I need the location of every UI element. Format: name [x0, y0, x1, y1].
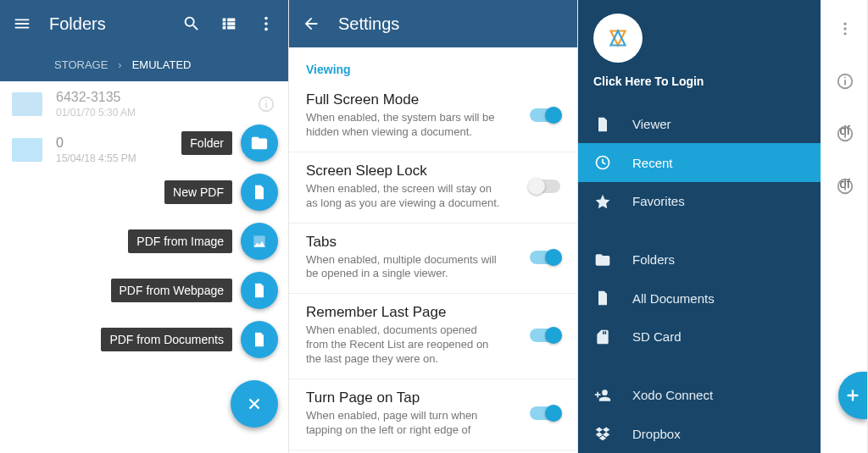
svg-point-5 [265, 100, 267, 102]
drawer-label: All Documents [632, 291, 715, 306]
fab-item-folder[interactable]: Folder [181, 124, 278, 162]
toggle-switch[interactable] [530, 108, 560, 122]
setting-turn-page-tap[interactable]: Turn Page on Tap When enabled, page will… [289, 379, 577, 450]
svg-point-2 [264, 28, 268, 31]
dropbox-icon [593, 423, 612, 444]
svg-point-10 [843, 23, 846, 25]
drawer-label: Viewer [632, 117, 671, 131]
file-icon [593, 288, 612, 308]
fab-close-button[interactable] [231, 380, 278, 428]
drawer-item-all-docs[interactable]: All Documents [578, 279, 821, 318]
drawer-label: SD Card [632, 329, 682, 344]
setting-desc: When enabled, documents opened from the … [306, 323, 501, 367]
folder-icon [593, 250, 612, 270]
personadd-icon [593, 385, 612, 406]
setting-desc: When enabled, the system bars will be hi… [306, 111, 501, 140]
fab-label: PDF from Documents [101, 328, 232, 351]
page-title: Folders [49, 14, 164, 34]
setting-title: Screen Sleep Lock [306, 163, 518, 180]
page-title: Settings [338, 14, 565, 34]
drawer-label: Favorites [632, 194, 685, 208]
drawer-label: Xodo Connect [632, 388, 713, 402]
toggle-switch[interactable] [530, 180, 560, 193]
fab-label: New PDF [164, 180, 232, 204]
folder-name: 6432-3135 [56, 90, 242, 105]
fab-item-new-pdf[interactable]: New PDF [164, 174, 278, 211]
folder-row[interactable]: 6432-3135 01/01/70 5:30 AM [0, 81, 288, 127]
setting-tabs[interactable]: Tabs When enabled, multiple documents wi… [289, 224, 577, 295]
appbar: Settings [289, 0, 577, 47]
menu-icon[interactable] [12, 14, 32, 34]
svg-point-1 [264, 22, 268, 25]
sdcard-icon [593, 327, 612, 347]
drawer-label: Recent [632, 156, 673, 170]
drawer-item-recent[interactable]: Recent [578, 143, 821, 181]
drawer-item-xodo-connect[interactable]: Xodo Connect [578, 376, 821, 414]
drawer-item-favorites[interactable]: Favorites [578, 182, 821, 220]
svg-point-11 [843, 27, 846, 30]
svg-point-12 [843, 32, 846, 35]
file-icon[interactable] [241, 272, 278, 309]
folder-date: 01/01/70 5:30 AM [56, 107, 242, 119]
svg-point-21 [844, 182, 846, 184]
drawer-label: Folders [632, 252, 675, 267]
info-icon[interactable] [835, 176, 855, 196]
info-icon[interactable] [835, 124, 855, 144]
appbar: Folders [0, 0, 288, 47]
setting-remember-page[interactable]: Remember Last Page When enabled, documen… [289, 294, 577, 379]
breadcrumb[interactable]: STORAGE › EMULATED [0, 47, 288, 81]
more-icon[interactable] [256, 14, 276, 34]
login-link[interactable]: Click Here To Login [593, 75, 805, 88]
drawer-item-viewer[interactable]: Viewer [578, 105, 821, 143]
drawer-item-folders[interactable]: Folders [578, 240, 821, 279]
setting-title: Turn Page on Tap [306, 389, 518, 406]
fab-item-pdf-documents[interactable]: PDF from Documents [101, 321, 278, 358]
fab-label: PDF from Webpage [111, 279, 232, 302]
setting-title: Full Screen Mode [306, 91, 518, 108]
svg-point-18 [844, 130, 846, 131]
file-icon[interactable] [241, 174, 278, 211]
drawer-item-dropbox[interactable]: Dropbox [578, 415, 821, 453]
view-mode-icon[interactable] [219, 14, 239, 34]
fab-add-button[interactable] [838, 372, 867, 419]
back-icon[interactable] [301, 14, 321, 34]
background-content: df df [821, 0, 867, 453]
file-icon[interactable] [241, 321, 278, 358]
folder-icon [12, 92, 42, 116]
fab-label: Folder [181, 131, 232, 155]
svg-point-0 [264, 17, 268, 20]
more-icon[interactable] [835, 19, 855, 39]
breadcrumb-current[interactable]: EMULATED [132, 58, 192, 71]
search-icon[interactable] [181, 14, 202, 34]
setting-title: Remember Last Page [306, 304, 518, 321]
image-icon[interactable] [241, 223, 278, 260]
info-icon[interactable] [835, 71, 855, 91]
info-icon[interactable] [256, 94, 276, 114]
star-icon [593, 191, 612, 212]
breadcrumb-root[interactable]: STORAGE [54, 58, 108, 71]
setting-full-screen[interactable]: Full Screen Mode When enabled, the syste… [289, 81, 577, 152]
svg-point-15 [844, 77, 846, 79]
drawer-label: Dropbox [632, 427, 681, 441]
chevron-right-icon: › [118, 58, 121, 71]
toggle-switch[interactable] [530, 406, 560, 420]
fab-item-pdf-webpage[interactable]: PDF from Webpage [111, 272, 278, 309]
drawer-item-sdcard[interactable]: SD Card [578, 318, 821, 356]
setting-sleep-lock[interactable]: Screen Sleep Lock When enabled, the scre… [289, 152, 577, 224]
toggle-switch[interactable] [530, 329, 560, 342]
drawer-header: Click Here To Login [578, 0, 821, 105]
setting-title: Tabs [306, 234, 518, 251]
setting-desc: When enabled, multiple documents will be… [306, 253, 501, 282]
fab-label: PDF from Image [128, 229, 232, 253]
file-icon [593, 114, 612, 135]
setting-desc: When enabled, page will turn when tappin… [306, 409, 501, 438]
folder-icon [12, 138, 42, 162]
navigation-drawer: Click Here To Login Viewer Recent Favori… [578, 0, 821, 453]
toggle-switch[interactable] [530, 251, 560, 264]
section-header: Viewing [289, 47, 577, 81]
setting-desc: When enabled, the screen will stay on as… [306, 182, 501, 211]
folder-icon[interactable] [241, 124, 278, 162]
fab-item-pdf-image[interactable]: PDF from Image [128, 223, 278, 260]
fab-menu: Folder New PDF PDF from Image PDF from W… [101, 124, 278, 428]
app-logo [593, 14, 643, 63]
